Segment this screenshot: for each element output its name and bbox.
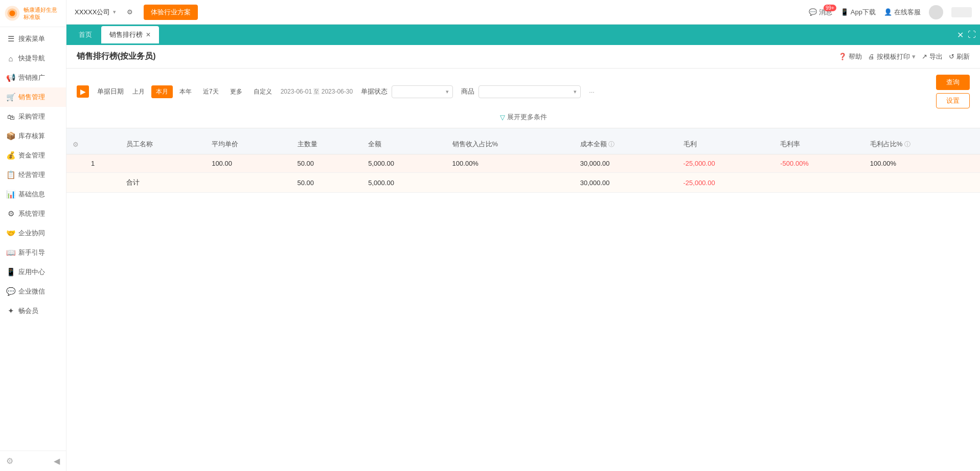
help-button[interactable]: ❓ 帮助 bbox=[838, 52, 862, 61]
footer-cell-cost: 30,000.00 bbox=[574, 173, 677, 193]
sidebar-item-finance[interactable]: 💰 资金管理 bbox=[0, 146, 66, 165]
settings-button[interactable]: 设置 bbox=[936, 93, 970, 108]
sidebar-menu: ☰ 搜索菜单 ⌂ 快捷导航 📢 营销推广 🛒 销售管理 🛍 采购管理 📦 库存核… bbox=[0, 27, 66, 451]
cell-sales-pct: 100.00% bbox=[446, 154, 574, 173]
table-settings-icon[interactable]: ⚙ bbox=[73, 141, 79, 148]
table-footer: 合计 50.00 5,000.00 30,000.00 -25,000.00 bbox=[66, 173, 980, 193]
message-badge: 99+ bbox=[824, 5, 836, 11]
sidebar-label-search-order: 搜索菜单 bbox=[18, 34, 45, 43]
tab-maximize-icon[interactable]: ⛶ bbox=[968, 30, 976, 39]
gross-pct-help-icon[interactable]: ⓘ bbox=[904, 141, 910, 148]
sidebar-item-appstore[interactable]: 📱 应用中心 bbox=[0, 262, 66, 282]
col-rank-header bbox=[85, 134, 120, 154]
tab-close-icon[interactable]: ✕ bbox=[146, 31, 151, 38]
date-tab-current-month[interactable]: 本月 bbox=[151, 85, 173, 98]
goods-filter-group: 商品 bbox=[461, 85, 581, 98]
sidebar-item-sales[interactable]: 🛒 销售管理 bbox=[0, 87, 66, 107]
sidebar-icon-marketing: 📢 bbox=[6, 73, 15, 82]
status-label: 单据状态 bbox=[361, 87, 388, 96]
print-chevron-icon: ▾ bbox=[912, 53, 916, 60]
expand-conditions-button[interactable]: ▽ 展开更多条件 bbox=[500, 113, 547, 122]
date-tab-more[interactable]: 更多 bbox=[225, 85, 247, 98]
service-label: 在线客服 bbox=[894, 8, 921, 17]
page-actions: ❓ 帮助 🖨 按模板打印 ▾ ↗ 导出 ↺ 刷新 bbox=[838, 52, 970, 61]
cell-row-settings bbox=[66, 154, 85, 173]
sidebar-item-collab[interactable]: 🤝 企业协同 bbox=[0, 223, 66, 243]
footer-cell-sales-pct bbox=[446, 173, 574, 193]
date-filter-group: 单据日期 上月 本月 本年 近7天 更多 自定义 2023-06-01 至 20… bbox=[97, 85, 353, 98]
refresh-label: 刷新 bbox=[956, 52, 970, 61]
tab-home-label: 首页 bbox=[79, 30, 92, 39]
cell-gross: -25,000.00 bbox=[677, 154, 774, 173]
print-icon: 🖨 bbox=[868, 53, 875, 60]
sidebar-icon-purchase: 🛍 bbox=[6, 112, 15, 121]
status-select[interactable] bbox=[392, 85, 453, 98]
sidebar: 畅康通好生意 标准版 ☰ 搜索菜单 ⌂ 快捷导航 📢 营销推广 🛒 销售管理 🛍… bbox=[0, 0, 66, 471]
sidebar-item-system[interactable]: ⚙ 系统管理 bbox=[0, 204, 66, 223]
sidebar-item-quick-nav[interactable]: ⌂ 快捷导航 bbox=[0, 49, 66, 68]
app-download-button[interactable]: 📱 App下载 bbox=[840, 8, 876, 17]
sidebar-item-inventory[interactable]: 📦 库存核算 bbox=[0, 126, 66, 146]
sidebar-icon-ops: 📋 bbox=[6, 170, 15, 180]
message-button[interactable]: 💬 消息 99+ bbox=[809, 8, 832, 17]
cell-avg-price: 100.00 bbox=[206, 154, 291, 173]
logo-text-line1: 畅康通好生意 bbox=[24, 6, 57, 13]
collapse-sidebar-icon[interactable]: ◀ bbox=[54, 456, 60, 466]
sidebar-item-search-order[interactable]: ☰ 搜索菜单 bbox=[0, 29, 66, 49]
sidebar-label-wechat: 企业微信 bbox=[18, 287, 45, 296]
footer-cell-amount: 5,000.00 bbox=[362, 173, 446, 193]
date-tab-current-year[interactable]: 本年 bbox=[175, 85, 196, 98]
footer-cell-main-qty: 50.00 bbox=[291, 173, 362, 193]
filter-toggle-button[interactable]: ▶ bbox=[77, 85, 89, 98]
trial-button[interactable]: 体验行业方案 bbox=[144, 5, 198, 20]
sidebar-icon-member: ✦ bbox=[6, 306, 15, 316]
sidebar-label-member: 畅会员 bbox=[18, 306, 38, 316]
date-tab-custom[interactable]: 自定义 bbox=[249, 85, 277, 98]
tab-home[interactable]: 首页 bbox=[71, 26, 100, 43]
help-label: 帮助 bbox=[849, 52, 862, 61]
goods-select[interactable] bbox=[478, 85, 581, 98]
tab-sales-rank[interactable]: 销售排行榜 ✕ bbox=[101, 26, 159, 43]
sidebar-item-wechat[interactable]: 💬 企业微信 bbox=[0, 282, 66, 301]
sidebar-label-finance: 资金管理 bbox=[18, 151, 45, 160]
settings-bottom-icon[interactable]: ⚙ bbox=[6, 456, 13, 466]
date-tab-prev-month[interactable]: 上月 bbox=[128, 85, 149, 98]
sidebar-item-purchase[interactable]: 🛍 采购管理 bbox=[0, 107, 66, 126]
user-avatar[interactable] bbox=[929, 5, 943, 19]
sales-rank-table: ⚙ 员工名称 平均单价 主数量 全额 销售收入占比% 成本全额 ⓘ 毛利 毛利率 bbox=[66, 134, 980, 193]
footer-cell-gross: -25,000.00 bbox=[677, 173, 774, 193]
filter-more-icon[interactable]: ··· bbox=[589, 88, 595, 96]
status-select-wrapper bbox=[392, 85, 453, 98]
sidebar-item-guide[interactable]: 📖 新手引导 bbox=[0, 243, 66, 262]
topbar-gear-button[interactable]: ⚙ bbox=[122, 5, 138, 20]
company-name: XXXXX公司 bbox=[75, 8, 110, 17]
sidebar-item-basic[interactable]: 📊 基础信息 bbox=[0, 185, 66, 204]
sidebar-item-member[interactable]: ✦ 畅会员 bbox=[0, 301, 66, 321]
cell-rank: 1 bbox=[85, 154, 120, 173]
sidebar-icon-quick-nav: ⌂ bbox=[6, 54, 15, 63]
user-name-placeholder bbox=[951, 7, 972, 17]
query-button[interactable]: 查询 bbox=[936, 75, 970, 90]
company-select[interactable]: XXXXX公司 ▾ bbox=[75, 8, 116, 17]
service-icon: 👤 bbox=[884, 8, 892, 16]
sidebar-label-sales: 销售管理 bbox=[18, 93, 45, 102]
cost-help-icon[interactable]: ⓘ bbox=[608, 141, 614, 148]
date-tabs: 上月 本月 本年 近7天 更多 自定义 bbox=[128, 85, 277, 98]
sidebar-label-marketing: 营销推广 bbox=[18, 73, 45, 82]
sidebar-item-ops[interactable]: 📋 经营管理 bbox=[0, 165, 66, 185]
sidebar-label-appstore: 应用中心 bbox=[18, 267, 45, 277]
sidebar-icon-collab: 🤝 bbox=[6, 229, 15, 238]
sidebar-item-marketing[interactable]: 📢 营销推广 bbox=[0, 68, 66, 87]
export-button[interactable]: ↗ 导出 bbox=[922, 52, 943, 61]
col-gross-pct-header: 毛利占比% ⓘ bbox=[864, 134, 980, 154]
print-button[interactable]: 🖨 按模板打印 ▾ bbox=[868, 52, 916, 61]
sidebar-label-inventory: 库存核算 bbox=[18, 131, 45, 141]
tabbar-actions: ✕ ⛶ bbox=[957, 30, 976, 40]
date-tab-7days[interactable]: 近7天 bbox=[198, 85, 223, 98]
tab-close-all-icon[interactable]: ✕ bbox=[957, 30, 964, 40]
online-service-button[interactable]: 👤 在线客服 bbox=[884, 8, 921, 17]
refresh-button[interactable]: ↺ 刷新 bbox=[949, 52, 970, 61]
filter-area: ▶ 单据日期 上月 本月 本年 近7天 更多 自定义 2023-06-01 至 … bbox=[66, 69, 980, 128]
sidebar-label-basic: 基础信息 bbox=[18, 190, 45, 199]
filter-row: ▶ 单据日期 上月 本月 本年 近7天 更多 自定义 2023-06-01 至 … bbox=[77, 75, 970, 108]
